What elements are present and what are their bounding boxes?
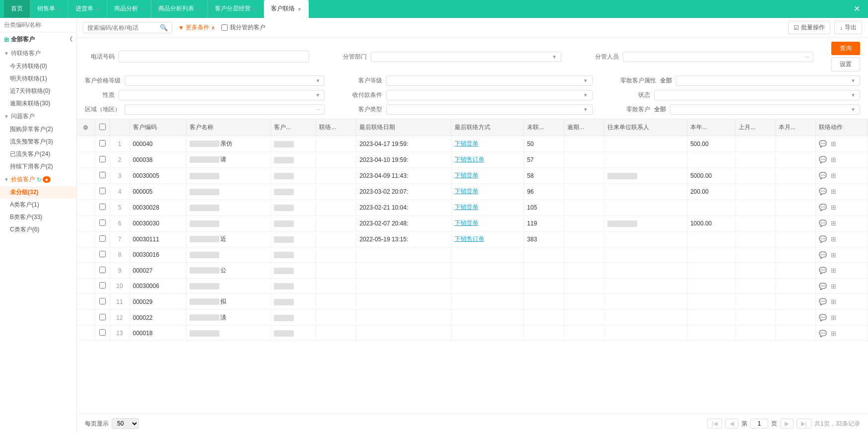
next-page-btn[interactable]: ▶	[780, 419, 794, 429]
row-checkbox[interactable]	[99, 329, 106, 336]
batch-ops-btn[interactable]: ☑ 批量操作	[788, 21, 830, 34]
row-checkbox[interactable]	[99, 251, 106, 257]
chat-icon[interactable]: 💬	[819, 235, 827, 243]
sidebar-item-today[interactable]: 今天待联络(0)	[0, 60, 76, 72]
grid-action-icon[interactable]: ⊞	[831, 188, 836, 195]
filter-search-icon[interactable]: 🔍	[160, 24, 168, 31]
sales-close[interactable]: ×	[58, 6, 61, 12]
region-select[interactable]: ···	[125, 104, 325, 115]
sidebar-item-lost[interactable]: 已流失客户(24)	[0, 148, 76, 160]
filter-search-input[interactable]	[87, 24, 157, 31]
prev-page-btn[interactable]: ◀	[725, 419, 738, 429]
col-settings[interactable]: ⚙	[77, 119, 95, 136]
collapse-icon[interactable]: 《	[67, 35, 72, 44]
row-check[interactable]	[95, 263, 110, 279]
row-check[interactable]	[95, 231, 110, 247]
row-check[interactable]	[95, 326, 110, 341]
nav-tab-customer-contact[interactable]: 客户联络 ×	[264, 0, 308, 18]
sidebar-item-declining[interactable]: 持续下滑客户(2)	[0, 160, 76, 173]
row-checkbox[interactable]	[99, 188, 106, 194]
sidebar-item-7days[interactable]: 近7天待联络(0)	[0, 85, 76, 97]
grid-action-icon[interactable]: ⊞	[831, 219, 836, 227]
sidebar-item-class-b[interactable]: B类客户(33)	[0, 211, 76, 223]
price-level-select[interactable]: ▼	[125, 75, 325, 86]
grid-action-icon[interactable]: ⊞	[831, 156, 836, 163]
chat-icon[interactable]: 💬	[819, 219, 827, 227]
product-analysis-list-close[interactable]: ×	[197, 6, 200, 12]
row-check[interactable]	[95, 279, 110, 294]
row-check[interactable]	[95, 152, 110, 168]
grid-action-icon[interactable]: ⊞	[831, 283, 836, 290]
customer-contact-close[interactable]: ×	[298, 6, 301, 12]
chat-icon[interactable]: 💬	[819, 188, 827, 195]
nav-tab-home[interactable]: 首页	[4, 0, 30, 18]
retail-attr-select[interactable]: ▼	[676, 75, 860, 86]
customer-type-select[interactable]: ▼	[386, 104, 592, 115]
row-checkbox[interactable]	[99, 140, 106, 146]
chat-icon[interactable]: 💬	[819, 330, 827, 337]
row-check[interactable]	[95, 247, 110, 263]
chat-icon[interactable]: 💬	[819, 251, 827, 259]
chat-icon[interactable]: 💬	[819, 283, 827, 290]
chat-icon[interactable]: 💬	[819, 267, 827, 274]
row-checkbox[interactable]	[99, 267, 106, 273]
customer-level-select[interactable]: ▼	[386, 75, 592, 86]
nature-select[interactable]: ▼	[119, 90, 325, 100]
phone-input[interactable]	[119, 51, 309, 63]
product-analysis-close[interactable]: ×	[141, 6, 144, 12]
window-close[interactable]: ✕	[850, 4, 864, 13]
chat-icon[interactable]: 💬	[819, 172, 827, 179]
sidebar-item-tomorrow[interactable]: 明天待联络(1)	[0, 72, 76, 85]
sidebar-item-hoarding[interactable]: 囤购异常客户(2)	[0, 123, 76, 136]
customer-segment-close[interactable]: ×	[254, 6, 257, 12]
row-checkbox[interactable]	[99, 219, 106, 226]
row-check[interactable]	[95, 184, 110, 200]
export-btn[interactable]: ↓ 导出	[834, 21, 862, 34]
row-check[interactable]	[95, 310, 110, 326]
page-input[interactable]	[750, 419, 768, 429]
sidebar-group-pending[interactable]: ▼ 待联络客户	[0, 47, 76, 60]
sidebar-group-value[interactable]: ▼ 价值客户 ↻ ●	[0, 173, 76, 186]
row-checkbox[interactable]	[99, 298, 106, 304]
grid-action-icon[interactable]: ⊞	[831, 314, 836, 321]
chat-icon[interactable]: 💬	[819, 204, 827, 211]
sidebar-item-class-c[interactable]: C类客户(6)	[0, 223, 76, 236]
query-btn[interactable]: 查询	[831, 42, 860, 55]
row-checkbox[interactable]	[99, 282, 106, 289]
sidebar-group-problem[interactable]: ▼ 问题客户	[0, 110, 76, 123]
my-customers-check[interactable]	[221, 24, 228, 31]
last-page-btn[interactable]: ▶|	[797, 419, 811, 429]
dept-select[interactable]: ▼	[371, 52, 561, 62]
row-check[interactable]	[95, 200, 110, 216]
nav-tab-customer-segment[interactable]: 客户分层经营 ×	[208, 0, 264, 18]
col-check[interactable]	[95, 119, 110, 136]
grid-action-icon[interactable]: ⊞	[831, 330, 836, 337]
grid-action-icon[interactable]: ⊞	[831, 140, 836, 147]
row-check[interactable]	[95, 168, 110, 184]
status-select[interactable]: ▼	[654, 90, 860, 100]
filter-more-btn[interactable]: ▼ 更多条件 ∧	[178, 23, 215, 32]
nav-tab-sales[interactable]: 销售单 ×	[30, 0, 68, 18]
row-check[interactable]	[95, 294, 110, 310]
refresh-icon[interactable]: ↻	[37, 176, 42, 183]
nav-tab-product-analysis-list[interactable]: 商品分析列表 ×	[151, 0, 207, 18]
grid-action-icon[interactable]: ⊞	[831, 267, 836, 274]
chat-icon[interactable]: 💬	[819, 156, 827, 163]
select-all-check[interactable]	[99, 124, 106, 130]
grid-action-icon[interactable]: ⊞	[831, 235, 836, 243]
sidebar-search-input[interactable]	[4, 21, 77, 28]
grid-action-icon[interactable]: ⊞	[831, 251, 836, 259]
sidebar-item-churn-warning[interactable]: 流失预警客户(3)	[0, 136, 76, 148]
person-select[interactable]: ···	[623, 52, 813, 62]
row-checkbox[interactable]	[99, 314, 106, 320]
nav-tab-purchase[interactable]: 进货单 ×	[68, 0, 107, 18]
grid-action-icon[interactable]: ⊞	[831, 172, 836, 179]
purchase-close[interactable]: ×	[96, 6, 99, 12]
reset-btn[interactable]: 设置	[831, 57, 860, 72]
sidebar-item-ungrouped[interactable]: 未分组(32)	[0, 186, 76, 199]
per-page-select[interactable]: 50 100 200	[112, 418, 139, 429]
chat-icon[interactable]: 💬	[819, 140, 827, 147]
chat-icon[interactable]: 💬	[819, 314, 827, 321]
my-customers-checkbox[interactable]: 我分管的客户	[221, 23, 266, 32]
nav-tab-product-analysis[interactable]: 商品分析 ×	[107, 0, 151, 18]
